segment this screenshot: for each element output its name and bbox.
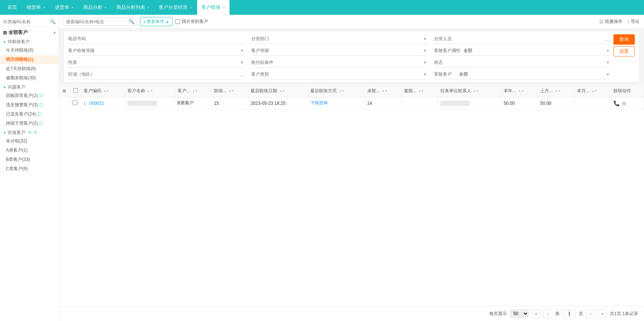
close-product-analysis-list-icon[interactable]: × <box>147 6 150 10</box>
col-gear[interactable]: ⚙ <box>59 85 70 97</box>
query-button[interactable]: 查询 <box>613 34 635 45</box>
sort-last-month-icon[interactable]: ▲▼ <box>555 89 561 93</box>
sidebar-item-today-contact[interactable]: 今天待联络(0) <box>0 46 59 55</box>
filter-retail-attr-select[interactable]: 全部 ▼ <box>463 48 610 54</box>
col-this-year[interactable]: 本年... ▲▼ <box>501 85 538 97</box>
more-conditions-btn[interactable]: ≡ 更多条件 ▲ <box>140 17 172 26</box>
group-pending-contact[interactable]: 待联络客户 <box>0 37 59 46</box>
all-customers-label[interactable]: ⊞ 全部客户 « <box>0 28 59 37</box>
select-all-checkbox[interactable] <box>73 88 78 93</box>
last-contact-method-link[interactable]: 下销货单 <box>310 100 328 106</box>
page-input[interactable] <box>563 310 576 317</box>
table-header-row: ⚙ 客户编码 ▲▼ 客户名称 ▲▼ 客户... <box>59 85 644 97</box>
my-customers-checkbox[interactable] <box>175 19 180 24</box>
col-customer-name[interactable]: 客户名称 ▲▼ <box>125 85 175 97</box>
retail-customer-dropdown-icon: ▼ <box>606 72 610 76</box>
close-sales-order-icon[interactable]: × <box>43 6 45 10</box>
sidebar-item-class-a[interactable]: A类客户(1) <box>0 146 59 155</box>
sidebar-item-tomorrow-contact[interactable]: 明天待联络(1) <box>0 55 59 64</box>
col-customer-type[interactable]: 客户... ▲▼ <box>175 85 211 97</box>
group-problem-customers[interactable]: 问题客户 <box>0 83 59 91</box>
edit-icon[interactable]: ✎ <box>34 130 37 135</box>
filter-price-grade-select[interactable]: ▼ <box>98 49 244 53</box>
col-last-contact-method[interactable]: 最后联络方式 ▲▼ <box>308 85 365 97</box>
action-phone-icon[interactable]: 📞 <box>613 100 620 106</box>
filter-nature-select[interactable]: ▼ <box>93 61 244 65</box>
col-last-contact-date[interactable]: 最后联络日期 ▲▼ <box>248 85 308 97</box>
close-product-analysis-icon[interactable]: × <box>105 6 107 10</box>
action-grid-icon[interactable]: ⊞ <box>622 100 626 106</box>
search-input[interactable] <box>66 19 127 24</box>
next-btn[interactable]: › <box>586 309 595 318</box>
filter-phone-input[interactable] <box>93 37 244 42</box>
sidebar-item-overdue-contact[interactable]: 逾期未联络(30) <box>0 73 59 83</box>
sidebar-item-class-c[interactable]: C类客户(6) <box>0 164 59 173</box>
page-suffix: 页 <box>579 311 583 317</box>
manager-dots-icon[interactable]: ... <box>605 36 610 42</box>
sort-last-contact-method-icon[interactable]: ▲▼ <box>339 89 344 93</box>
batch-op-btn[interactable]: ☑ 批量操作 <box>599 18 623 25</box>
close-customer-contact-icon[interactable]: × <box>223 6 225 10</box>
region-dots-icon[interactable]: ... <box>239 72 244 77</box>
filter-status-label: 状态 <box>434 59 456 66</box>
nav-customer-contact[interactable]: 客户联络 × <box>197 0 230 15</box>
nav-customer-segmentation[interactable]: 客户分层经营 × <box>154 0 196 15</box>
search-icon[interactable]: 🔍 <box>129 19 134 24</box>
group-value-customers[interactable]: 价值客户 ↻ ✎ <box>0 128 59 137</box>
sidebar-item-ungrouped[interactable]: 未分组(32) <box>0 137 59 146</box>
filter-status-select[interactable]: ▼ <box>459 61 610 65</box>
sort-contact-person-icon[interactable]: ▲▼ <box>473 89 479 93</box>
nav-product-analysis[interactable]: 商品分析 × <box>79 0 111 15</box>
row-last-month: 50.00 <box>538 97 574 109</box>
col-unreached[interactable]: 未联... ▲▼ <box>365 85 401 97</box>
filter-manager-select[interactable]: ... <box>459 36 610 42</box>
sidebar-item-churned[interactable]: 已流失客户(24) ⓘ <box>0 110 59 119</box>
sort-last-contact-date-icon[interactable]: ▲▼ <box>279 89 285 93</box>
collapse-icon[interactable]: « <box>53 31 56 35</box>
settings-button[interactable]: 设置 <box>613 46 635 56</box>
nav-sales-order[interactable]: 销货单 × <box>22 0 50 15</box>
sort-customer-name-icon[interactable]: ▲▼ <box>147 89 153 93</box>
sort-overdue-icon[interactable]: ▲▼ <box>418 89 424 93</box>
export-btn[interactable]: ↑ 导出 <box>627 18 640 25</box>
filter-customer-type-label: 客户类型 <box>251 71 273 77</box>
filter-region-select[interactable]: ... <box>98 72 244 77</box>
customer-name-masked <box>127 101 157 106</box>
filter-dept-label: 分管部门 <box>251 36 273 42</box>
next-next-btn[interactable]: » <box>598 309 607 318</box>
col-contact-person[interactable]: 往来单位联系人 ▲▼ <box>438 85 501 97</box>
sort-customer-code-icon[interactable]: ▲▼ <box>103 89 109 93</box>
col-last-month[interactable]: 上月... ▲▼ <box>538 85 574 97</box>
sort-unreached-icon[interactable]: ▲▼ <box>382 89 388 93</box>
sidebar-item-class-b[interactable]: B类客户(33) <box>0 155 59 164</box>
filter-customer-grade-select[interactable]: ▼ <box>276 49 427 53</box>
filter-dept-select[interactable]: ▼ <box>276 37 427 41</box>
close-customer-segmentation-icon[interactable]: × <box>190 6 192 10</box>
sort-customer-type-icon[interactable]: ▲▼ <box>192 89 198 93</box>
nav-product-analysis-list[interactable]: 商品分析列表 × <box>112 0 154 15</box>
sidebar-item-churn-warning[interactable]: 流失预警客户(3) ⓘ <box>0 100 59 110</box>
sidebar-item-7days-contact[interactable]: 近7天待联络(0) <box>0 64 59 73</box>
nav-purchase-order[interactable]: 进货单 × <box>50 0 78 15</box>
sidebar-item-declining[interactable]: 持续下滑客户(2) ⓘ <box>0 119 59 128</box>
refresh-icon[interactable]: ↻ <box>28 130 32 135</box>
col-contact-count[interactable]: 联络... ▲▼ <box>211 85 248 97</box>
prev-prev-btn[interactable]: « <box>532 309 540 318</box>
filter-retail-customer-select[interactable]: 全部 ▼ <box>459 71 610 77</box>
filter-customer-type-select[interactable]: ▼ <box>276 72 427 76</box>
sort-contact-count-icon[interactable]: ▲▼ <box>228 89 234 93</box>
row-select-checkbox[interactable] <box>73 100 77 105</box>
col-overdue[interactable]: 逾期... ▲▼ <box>401 85 438 97</box>
per-page-select[interactable]: 50 100 200 <box>510 310 529 318</box>
nav-home[interactable]: 首页 <box>3 0 21 15</box>
sidebar-search-input[interactable] <box>3 19 50 24</box>
sidebar-item-abnormal-repurchase[interactable]: 回购异常客户(2) ⓘ <box>0 91 59 100</box>
sidebar-search-icon[interactable]: 🔍 <box>50 19 56 24</box>
prev-btn[interactable]: ‹ <box>543 309 552 318</box>
sort-this-year-icon[interactable]: ▲▼ <box>518 89 524 93</box>
col-customer-code[interactable]: 客户编码 ▲▼ <box>81 85 125 97</box>
sort-this-month-icon[interactable]: ▲▼ <box>591 89 597 93</box>
close-purchase-order-icon[interactable]: × <box>71 6 74 10</box>
col-this-month[interactable]: 本月... ▲▼ <box>574 85 611 97</box>
filter-payment-select[interactable]: ▼ <box>276 61 427 65</box>
